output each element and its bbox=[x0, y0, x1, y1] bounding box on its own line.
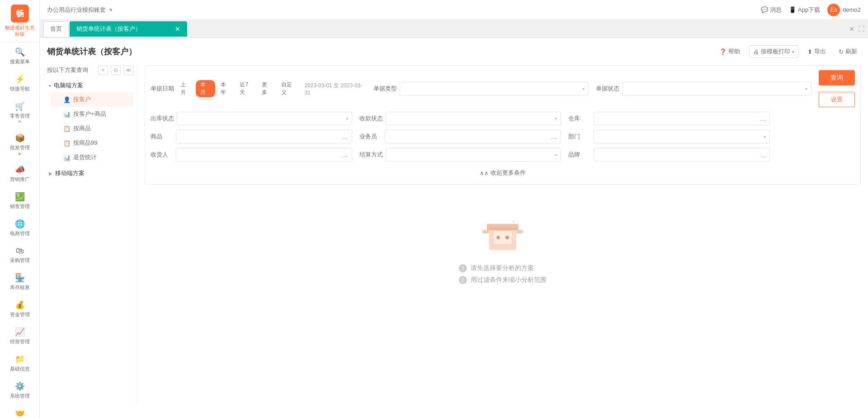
print-button[interactable]: 🖨 按模板打印 ▾ bbox=[749, 45, 798, 58]
tree-item-goods[interactable]: 📋 按商品 bbox=[51, 121, 133, 136]
left-panel-icons: + ⊙ ≪ bbox=[98, 65, 133, 75]
tree-mobile-label: 移动端方案 bbox=[55, 169, 85, 177]
tab-home[interactable]: 首页 bbox=[43, 21, 69, 37]
dept-label: 部门 bbox=[568, 133, 591, 141]
add-scheme-button[interactable]: + bbox=[98, 65, 108, 75]
tree-mobile-header[interactable]: ▶ 移动端方案 bbox=[47, 166, 133, 180]
filter-row-2: 出库状态 ▾ 收款状态 ▾ bbox=[151, 112, 855, 125]
svg-text:✦: ✦ bbox=[485, 222, 488, 226]
svg-rect-7 bbox=[482, 230, 489, 233]
receiptstatus-caret: ▾ bbox=[555, 116, 557, 121]
print-arrow: ▾ bbox=[792, 49, 794, 54]
export-button[interactable]: ⬆ 导出 bbox=[804, 46, 830, 57]
collapse-button[interactable]: ∧∧ 收起更多条件 bbox=[477, 166, 528, 180]
edit-scheme-button[interactable]: ⊙ bbox=[111, 65, 121, 75]
goods-icon: 📋 bbox=[63, 125, 71, 132]
date-btn-custom[interactable]: 自定义 bbox=[278, 80, 300, 97]
outstatus-select[interactable]: ▾ bbox=[177, 112, 352, 125]
tree-item-customer-goods[interactable]: 📊 按客户+商品 bbox=[51, 107, 133, 121]
sidebar-item-system[interactable]: ⚙️ 系统管理 bbox=[0, 377, 39, 404]
print-label: 按模板打印 bbox=[761, 48, 790, 56]
user-menu[interactable]: Ea demo2 bbox=[827, 4, 861, 16]
settle-select[interactable]: ▾ bbox=[386, 148, 561, 162]
type-filter-select[interactable]: ▾ bbox=[400, 82, 589, 95]
sidebar-item-ecommerce[interactable]: 🌐 电商管理 bbox=[0, 214, 39, 242]
sidebar-item-purchase[interactable]: 🛍 采购管理 bbox=[0, 242, 39, 268]
app-download-button[interactable]: 📱 App下载 bbox=[789, 6, 820, 14]
settle-filter-group: 结算方式 ▾ bbox=[359, 148, 561, 162]
tree-desktop-header[interactable]: ▾ 电脑端方案 bbox=[47, 79, 133, 92]
date-btn-lastmonth[interactable]: 上月 bbox=[177, 80, 194, 97]
svg-rect-1 bbox=[487, 224, 519, 230]
sidebar-inventory-label: 库存核算 bbox=[10, 284, 30, 291]
date-range-display: 2023-03-01 至 2023-03-31 bbox=[304, 82, 366, 96]
salesman-input[interactable]: … bbox=[385, 130, 561, 143]
dropdown-arrow[interactable]: ▾ bbox=[109, 6, 113, 13]
tab-maximize-icon[interactable]: ⛶ bbox=[858, 25, 864, 33]
date-btn-thisyear[interactable]: 本年 bbox=[217, 80, 234, 97]
help-icon: ❓ bbox=[719, 48, 726, 55]
setting-button[interactable]: 设置 bbox=[819, 92, 855, 107]
help-button[interactable]: ❓ 帮助 bbox=[716, 46, 744, 57]
query-button[interactable]: 查询 bbox=[819, 70, 855, 86]
page-title: 销货单统计表（按客户） bbox=[47, 46, 137, 57]
receiver-input[interactable]: … bbox=[176, 148, 352, 162]
date-btn-7days[interactable]: 近7天 bbox=[236, 80, 256, 97]
salesman-filter-group: 业务员 … bbox=[359, 130, 561, 143]
tree-item-goods-label: 按商品 bbox=[73, 124, 91, 133]
dept-filter-group: 部门 ▾ bbox=[568, 130, 770, 143]
content-body: 按以下方案查询 + ⊙ ≪ ▾ 电脑端方案 👤 bbox=[47, 65, 861, 404]
date-btn-more[interactable]: 更多 bbox=[258, 80, 275, 97]
sidebar-item-inventory[interactable]: 🏪 库存核算 bbox=[0, 268, 39, 295]
goods-dots: … bbox=[342, 133, 348, 140]
date-btn-thismonth[interactable]: 本月 bbox=[196, 80, 215, 97]
sidebar-item-sales[interactable]: 💹 销售管理 bbox=[0, 187, 39, 214]
warehouse-input[interactable]: … bbox=[594, 112, 770, 125]
sidebar-logo[interactable]: 畅 畅捷通好生意标版 bbox=[0, 0, 39, 43]
collapse-up-icon: ∧∧ bbox=[480, 170, 489, 176]
collapse-panel-button[interactable]: ≪ bbox=[123, 65, 133, 75]
inventory-icon: 🏪 bbox=[15, 273, 25, 283]
tree-item-goods99-label: 按商品99 bbox=[73, 139, 97, 147]
page-header: 销货单统计表（按客户） ❓ 帮助 🖨 按模板打印 ▾ ⬆ 导出 ↻ 刷新 bbox=[47, 45, 861, 58]
dept-select[interactable]: ▾ bbox=[594, 130, 770, 143]
sidebar-item-basic[interactable]: 📁 基础信息 bbox=[0, 350, 39, 377]
warehouse-filter-group: 仓库 … bbox=[568, 112, 770, 125]
refresh-button[interactable]: ↻ 刷新 bbox=[835, 46, 861, 57]
step-1-text: 请先选择要分析的方案 bbox=[471, 264, 534, 272]
tab-close-all-icon[interactable]: ✕ bbox=[849, 25, 854, 33]
tree-item-goods99[interactable]: 📋 按商品99 bbox=[51, 136, 133, 150]
tree-item-by-customer[interactable]: 👤 按客户 bbox=[51, 92, 133, 107]
brand-input[interactable]: … bbox=[594, 148, 770, 162]
goods99-icon: 📋 bbox=[63, 140, 71, 147]
sidebar-item-search[interactable]: 🔍 搜索菜单 bbox=[0, 43, 39, 70]
warehouse-dots: … bbox=[760, 115, 766, 122]
username: demo2 bbox=[843, 6, 861, 13]
sidebar-item-operations[interactable]: 📈 经营管理 bbox=[0, 323, 39, 350]
wholesale-icon: 📦 bbox=[15, 133, 25, 143]
tab-sales-stats[interactable]: 销货单统计表（按客户） ✕ bbox=[70, 21, 187, 37]
sidebar-item-wholesale[interactable]: 📦 批发管理 ▲ bbox=[0, 128, 39, 160]
step-2-text: 用过滤条件来缩小分析范围 bbox=[471, 276, 547, 284]
sidebar-item-quicknav[interactable]: ⚡ 快捷导航 bbox=[0, 70, 39, 97]
warehouse-label: 仓库 bbox=[568, 114, 591, 123]
sidebar-item-finance[interactable]: 💰 资金管理 bbox=[0, 295, 39, 323]
tab-close-icon[interactable]: ✕ bbox=[175, 25, 180, 33]
svg-point-5 bbox=[497, 237, 500, 239]
status-filter-label: 单据状态 bbox=[596, 85, 619, 93]
returns-icon: 📊 bbox=[63, 154, 71, 161]
system-icon: ⚙️ bbox=[15, 381, 25, 391]
settle-caret: ▾ bbox=[555, 152, 557, 157]
sidebar-item-marketing[interactable]: 📣 营销推广 bbox=[0, 160, 39, 187]
goods-input[interactable]: … bbox=[176, 130, 352, 143]
receiptstatus-select[interactable]: ▾ bbox=[386, 112, 561, 125]
sidebar-item-company[interactable]: 🤝 企业协同 bbox=[0, 404, 39, 418]
svg-text:✦: ✦ bbox=[512, 219, 515, 224]
tree-item-returns[interactable]: 📊 退货统计 bbox=[51, 150, 133, 165]
message-button[interactable]: 💬 消息 bbox=[761, 6, 782, 14]
sidebar-item-retail[interactable]: 🛒 零售管理 ▼ bbox=[0, 97, 39, 128]
refresh-icon: ↻ bbox=[839, 48, 844, 55]
receiptstatus-label: 收款状态 bbox=[359, 114, 383, 123]
empty-icon-area: ✦ ✦ bbox=[476, 212, 530, 257]
status-filter-select[interactable]: ▾ bbox=[622, 82, 811, 95]
